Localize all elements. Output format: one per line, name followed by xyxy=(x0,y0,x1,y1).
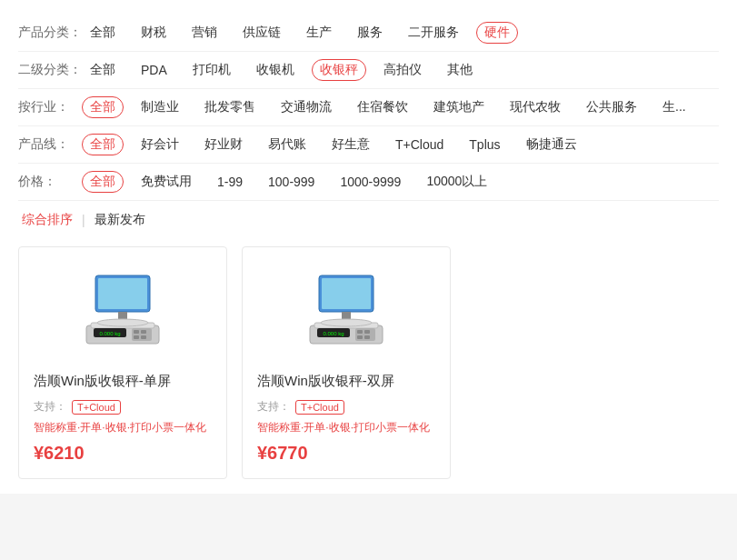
filter-items-product-category: 全部财税营销供应链生产服务二开服务硬件 xyxy=(82,22,518,44)
product-card[interactable]: 0.000 kg 浩顺Win版收银秤-单屏 支持： T+Cloud 智能称重·开… xyxy=(18,246,227,479)
filter-item[interactable]: 交通物流 xyxy=(273,96,340,118)
filter-label-product-line: 产品线： xyxy=(18,136,82,153)
filter-item[interactable]: 二开服务 xyxy=(400,22,467,44)
filter-label-industry: 按行业： xyxy=(18,99,82,115)
filter-item[interactable]: 收银机 xyxy=(248,59,303,81)
filter-row-sub-category: 二级分类： 全部PDA打印机收银机收银秤高拍仪其他 xyxy=(18,52,719,89)
support-tag[interactable]: T+Cloud xyxy=(295,400,344,415)
filter-item[interactable]: 易代账 xyxy=(260,134,314,155)
filter-item[interactable]: 好业财 xyxy=(196,134,251,155)
filter-label-sub-category: 二级分类： xyxy=(18,62,82,78)
svg-rect-15 xyxy=(322,278,371,309)
svg-rect-10 xyxy=(134,335,139,339)
filter-item[interactable]: PDA xyxy=(133,60,175,80)
filter-item[interactable]: 全部 xyxy=(82,22,124,44)
product-price: ¥6210 xyxy=(34,443,212,464)
filter-item[interactable]: 畅捷通云 xyxy=(518,134,585,155)
filter-item[interactable]: 财税 xyxy=(133,22,174,44)
support-tag[interactable]: T+Cloud xyxy=(72,400,121,415)
product-image: 0.000 kg xyxy=(34,262,212,362)
svg-text:0.000 kg: 0.000 kg xyxy=(99,331,120,336)
product-title: 浩顺Win版收银秤-单屏 xyxy=(34,373,212,390)
svg-rect-16 xyxy=(342,312,351,319)
filter-items-sub-category: 全部PDA打印机收银机收银秤高拍仪其他 xyxy=(82,59,481,81)
filter-item[interactable]: 全部 xyxy=(82,134,124,155)
product-support: 支持： T+Cloud xyxy=(257,399,435,415)
svg-point-6 xyxy=(97,319,148,326)
filter-label-product-category: 产品分类： xyxy=(18,25,82,41)
sort-bar: 综合排序 | 最新发布 xyxy=(18,201,719,235)
svg-text:0.000 kg: 0.000 kg xyxy=(323,331,344,336)
product-price: ¥6770 xyxy=(257,443,435,464)
filter-row-product-line: 产品线： 全部好会计好业财易代账好生意T+CloudTplus畅捷通云 xyxy=(18,126,719,164)
filter-label-price: 价格： xyxy=(18,174,82,190)
svg-rect-11 xyxy=(141,335,146,339)
filter-row-industry: 按行业： 全部制造业批发零售交通物流住宿餐饮建筑地产现代农牧公共服务生... xyxy=(18,89,719,126)
filter-item[interactable]: 高拍仪 xyxy=(375,59,430,81)
filter-item[interactable]: 供应链 xyxy=(234,22,289,44)
filter-item[interactable]: 全部 xyxy=(82,96,124,118)
filter-item[interactable]: 免费试用 xyxy=(133,171,200,193)
filter-item[interactable]: 好生意 xyxy=(324,134,378,155)
sort-divider: | xyxy=(82,213,85,227)
filter-item[interactable]: 100-999 xyxy=(260,172,323,192)
sort-item-latest[interactable]: 最新发布 xyxy=(91,212,149,228)
svg-rect-9 xyxy=(141,330,146,334)
svg-rect-23 xyxy=(364,330,370,334)
filter-item[interactable]: 服务 xyxy=(349,22,391,44)
sort-item-comprehensive[interactable]: 综合排序 xyxy=(18,212,76,228)
filter-item[interactable]: 打印机 xyxy=(184,59,239,81)
filter-item[interactable]: 批发零售 xyxy=(196,96,264,118)
filter-row-price: 价格： 全部免费试用1-99100-9991000-999910000以上 xyxy=(18,164,719,201)
filter-item[interactable]: 制造业 xyxy=(133,96,187,118)
svg-rect-25 xyxy=(364,335,370,339)
product-grid: 0.000 kg 浩顺Win版收银秤-单屏 支持： T+Cloud 智能称重·开… xyxy=(18,235,719,479)
filter-item[interactable]: 其他 xyxy=(439,59,481,81)
filter-item[interactable]: 生产 xyxy=(298,22,340,44)
filter-item[interactable]: 收银秤 xyxy=(312,59,366,81)
support-label: 支持： xyxy=(34,399,66,415)
svg-rect-2 xyxy=(118,312,127,319)
filter-item[interactable]: 建筑地产 xyxy=(425,96,493,118)
svg-rect-1 xyxy=(98,278,147,309)
svg-rect-24 xyxy=(357,335,363,339)
filter-item[interactable]: 现代农牧 xyxy=(502,96,569,118)
filter-item[interactable]: 公共服务 xyxy=(578,96,645,118)
product-support: 支持： T+Cloud xyxy=(34,399,212,415)
filter-item[interactable]: 硬件 xyxy=(476,22,518,44)
product-desc: 智能称重·开单·收银·打印小票一体化 xyxy=(257,420,435,435)
filter-row-product-category: 产品分类： 全部财税营销供应链生产服务二开服务硬件 xyxy=(18,15,719,52)
product-title: 浩顺Win版收银秤-双屏 xyxy=(257,373,435,390)
product-card[interactable]: 0.000 kg 浩顺Win版收银秤-双屏 支持： T+Cloud 智能称重·开… xyxy=(242,246,451,479)
filter-item[interactable]: 生... xyxy=(654,96,694,118)
svg-rect-22 xyxy=(357,330,363,334)
svg-rect-8 xyxy=(134,330,139,334)
filter-item[interactable]: 1000-9999 xyxy=(332,172,409,192)
filter-items-product-line: 全部好会计好业财易代账好生意T+CloudTplus畅捷通云 xyxy=(82,134,585,155)
filter-item[interactable]: 全部 xyxy=(82,59,124,81)
filter-item[interactable]: T+Cloud xyxy=(387,135,452,155)
filter-items-industry: 全部制造业批发零售交通物流住宿餐饮建筑地产现代农牧公共服务生... xyxy=(82,96,694,118)
product-image: 0.000 kg xyxy=(257,262,435,362)
filter-item[interactable]: 好会计 xyxy=(133,134,187,155)
filter-item[interactable]: 全部 xyxy=(82,171,124,193)
svg-point-20 xyxy=(321,319,372,326)
support-label: 支持： xyxy=(257,399,290,415)
filter-item[interactable]: 10000以上 xyxy=(418,171,495,193)
filter-item[interactable]: 营销 xyxy=(184,22,225,44)
filter-item[interactable]: 1-99 xyxy=(209,172,251,192)
filter-item[interactable]: 住宿餐饮 xyxy=(349,96,416,118)
filter-items-price: 全部免费试用1-99100-9991000-999910000以上 xyxy=(82,171,495,193)
product-desc: 智能称重·开单·收银·打印小票一体化 xyxy=(34,420,212,435)
filter-item[interactable]: Tplus xyxy=(461,135,508,155)
